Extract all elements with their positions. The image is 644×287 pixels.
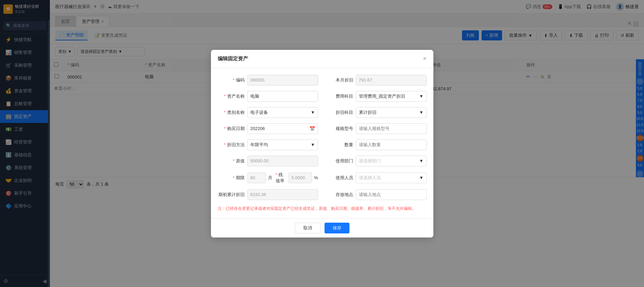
initial-dep-input: 6333.36 <box>247 189 318 200</box>
period-unit-label: 月 <box>268 175 272 181</box>
expense-account-select[interactable]: 管理费用_固定资产折旧 ▼ <box>356 91 427 102</box>
period-field-item: * 期限 60 月 * 残值率 5.0000 <box>218 172 318 184</box>
code-required-star: * <box>233 77 235 83</box>
monthly-dep-input: 791.67 <box>356 75 427 86</box>
edit-asset-modal: 编辑固定资产 × * 编码 000001 <box>211 50 433 237</box>
code-label: * 编码 <box>218 77 245 83</box>
expense-account-field-item: 费用科目 管理费用_固定资产折旧 ▼ <box>326 91 427 102</box>
asset-name-field-item: * 资产名称 <box>218 91 318 102</box>
modal-note: 注：已经存在变更记录或者对应固定资产已经生成凭证，原值、购买日期、残值率、累计折… <box>218 205 427 212</box>
user-chevron-icon: ▼ <box>419 175 424 180</box>
department-field-item: 使用部门 请选择部门 ▼ <box>326 156 427 166</box>
quantity-input[interactable] <box>356 139 427 150</box>
residual-rate-input: 5.0000 <box>288 172 312 183</box>
category-chevron-icon: ▼ <box>311 110 315 115</box>
spec-model-field-item: 规格型号 <box>326 123 427 134</box>
spec-model-label: 规格型号 <box>326 126 353 132</box>
quantity-field-item: 数量 <box>326 139 427 150</box>
modal-overlay[interactable]: 编辑固定资产 × * 编码 000001 <box>0 0 644 287</box>
original-value-label: * 原值 <box>218 158 245 164</box>
save-button[interactable]: 保存 <box>325 223 349 233</box>
purchase-date-field-item: * 购买日期 202206 📅 <box>218 123 318 134</box>
expense-account-label: 费用科目 <box>326 93 353 99</box>
dep-method-select[interactable]: 年限平均 ▼ <box>247 139 318 150</box>
dep-account-label: 折旧科目 <box>326 109 353 116</box>
quantity-label: 数量 <box>326 142 353 148</box>
dep-method-label: * 折旧方法 <box>218 142 245 148</box>
monthly-dep-field-item: 本月折旧 791.67 <box>326 75 427 86</box>
user-field-item: 使用人员 请选择人员 ▼ <box>326 172 427 184</box>
asset-name-input[interactable] <box>247 91 318 102</box>
spec-model-input[interactable] <box>356 123 427 134</box>
dep-account-chevron-icon: ▼ <box>419 110 424 115</box>
department-chevron-icon: ▼ <box>419 158 424 163</box>
location-label: 存放地点 <box>326 192 353 198</box>
category-select[interactable]: 电子设备 ▼ <box>247 107 318 118</box>
dep-method-field-item: * 折旧方法 年限平均 ▼ <box>218 139 318 150</box>
modal-body: * 编码 000001 本月折旧 791.67 <box>211 68 433 218</box>
initial-dep-label: 期初累计折旧 <box>218 192 245 198</box>
user-label: 使用人员 <box>326 175 353 181</box>
period-group: 60 月 * 残值率 5.0000 % <box>247 172 318 184</box>
residual-rate-unit: % <box>314 175 318 180</box>
period-input: 60 <box>247 172 266 183</box>
purchase-date-input[interactable]: 202206 📅 <box>247 123 318 134</box>
period-label: * 期限 <box>218 175 245 181</box>
modal-header: 编辑固定资产 × <box>211 50 433 68</box>
original-value-input: 50000.00 <box>247 156 318 166</box>
dep-method-chevron-icon: ▼ <box>311 142 315 147</box>
department-label: 使用部门 <box>326 158 353 164</box>
initial-dep-field-item: 期初累计折旧 6333.36 <box>218 189 318 200</box>
category-label: * 类别名称 <box>218 109 245 116</box>
expense-account-chevron-icon: ▼ <box>419 94 424 99</box>
form-grid: * 编码 000001 本月折旧 791.67 <box>218 75 427 212</box>
category-field-item: * 类别名称 电子设备 ▼ <box>218 107 318 118</box>
dep-account-field-item: 折旧科目 累计折旧 ▼ <box>326 107 427 118</box>
asset-name-label: * 资产名称 <box>218 93 245 99</box>
code-input: 000001 <box>247 75 318 86</box>
calendar-icon: 📅 <box>309 126 315 131</box>
modal-close-icon[interactable]: × <box>423 55 427 62</box>
residual-rate-label: * 残值率 <box>276 172 286 184</box>
cancel-button[interactable]: 取消 <box>295 223 320 233</box>
original-value-field-item: * 原值 50000.00 <box>218 156 318 166</box>
user-select[interactable]: 请选择人员 ▼ <box>356 172 427 183</box>
dep-account-select[interactable]: 累计折旧 ▼ <box>356 107 427 118</box>
modal-title: 编辑固定资产 <box>218 56 248 62</box>
department-select[interactable]: 请选择部门 ▼ <box>356 156 427 166</box>
modal-footer: 取消 保存 <box>211 218 433 237</box>
location-field-item: 存放地点 <box>326 189 427 200</box>
monthly-dep-label: 本月折旧 <box>326 77 353 83</box>
location-input[interactable] <box>356 189 427 200</box>
code-field-item: * 编码 000001 <box>218 75 318 86</box>
purchase-date-label: * 购买日期 <box>218 126 245 132</box>
